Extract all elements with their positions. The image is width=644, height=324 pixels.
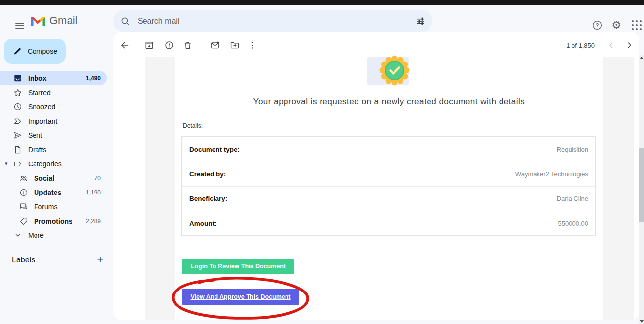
- toolbar-divider: [201, 40, 201, 52]
- compose-label: Compose: [28, 47, 57, 55]
- delete-button[interactable]: [178, 35, 198, 55]
- back-arrow-button[interactable]: [115, 35, 135, 55]
- compose-button[interactable]: Compose: [4, 39, 66, 64]
- inbox-icon: [13, 73, 23, 83]
- details-table: Document type: Requisition Created by: W…: [181, 136, 596, 236]
- svg-text:?: ?: [596, 22, 599, 28]
- label-tag-icon: [13, 159, 23, 169]
- scroll-down-arrow[interactable]: [640, 320, 644, 323]
- login-review-button[interactable]: Login To Review This Document: [182, 259, 294, 274]
- mail-toolbar: 1 of 1,850: [113, 32, 639, 59]
- gmail-logo: Gmail: [31, 13, 77, 28]
- sidebar-item-label: Social: [34, 174, 54, 182]
- row-label: Beneficiary:: [189, 195, 227, 202]
- sidebar-item-label: More: [28, 231, 44, 239]
- older-chevron-button[interactable]: [619, 35, 639, 55]
- row-value: Daria Cline: [557, 195, 588, 202]
- sidebar-item-label: Drafts: [28, 146, 46, 154]
- labels-header: Labels: [12, 256, 35, 264]
- sidebar-item-label: Promotions: [34, 217, 72, 225]
- sidebar-item-label: Updates: [34, 189, 61, 196]
- main-menu-icon[interactable]: [10, 16, 30, 35]
- email-content: Your approval is requested on a newly cr…: [175, 57, 603, 320]
- sidebar-item-snoozed[interactable]: Snoozed: [0, 99, 107, 114]
- view-approve-button[interactable]: View And Approve This Document: [182, 289, 299, 305]
- approval-seal-icon: [377, 53, 412, 88]
- details-label: Details:: [183, 122, 203, 129]
- add-label-button[interactable]: +: [92, 251, 108, 268]
- labels-section: Labels +: [0, 251, 113, 271]
- sidebar-item-drafts[interactable]: Drafts: [0, 142, 107, 157]
- sidebar-item-more[interactable]: More: [0, 228, 107, 242]
- clock-icon: [13, 102, 23, 112]
- sidebar-item-inbox[interactable]: Inbox 1,490: [0, 71, 107, 85]
- row-label: Document type:: [189, 146, 240, 153]
- gmail-m-icon: [31, 15, 45, 27]
- email-headline: Your approval is requested on a newly cr…: [175, 97, 603, 107]
- browser-chrome-strip: [0, 0, 644, 5]
- sidebar-item-forums[interactable]: Forums: [0, 199, 107, 214]
- gmail-logo-text: Gmail: [49, 14, 77, 27]
- sidebar-item-count: 1,490: [86, 75, 101, 82]
- sidebar-item-promotions[interactable]: Promotions 2,289: [0, 214, 107, 228]
- report-spam-button[interactable]: [159, 35, 179, 55]
- table-row: Document type: Requisition: [182, 137, 595, 162]
- sidebar-item-categories[interactable]: ▾ Categories: [0, 157, 107, 171]
- sidebar-item-label: Important: [28, 117, 57, 125]
- sidebar-item-important[interactable]: Important: [0, 114, 107, 128]
- scroll-up-arrow[interactable]: [640, 57, 644, 59]
- row-label: Amount:: [189, 220, 216, 227]
- table-row: Beneficiary: Daria Cline: [182, 186, 595, 211]
- search-input[interactable]: [137, 16, 416, 26]
- search-icon[interactable]: [120, 16, 130, 26]
- star-icon: [13, 88, 23, 97]
- forum-chat-icon: [19, 202, 29, 212]
- info-icon: [19, 188, 29, 197]
- table-row: Amount: 550000.00: [182, 211, 595, 235]
- people-icon: [19, 173, 29, 183]
- sidebar-item-updates[interactable]: Updates 1,190: [0, 185, 107, 199]
- sidebar-item-starred[interactable]: Starred: [0, 85, 107, 99]
- compose-pencil-icon: [13, 47, 22, 56]
- archive-button[interactable]: [140, 35, 159, 55]
- chevron-down-icon: [13, 230, 23, 240]
- price-tag-icon: [19, 216, 29, 226]
- sidebar-item-sent[interactable]: Sent: [0, 128, 107, 142]
- table-row: Created by: Waymaker2 Technologies: [182, 162, 595, 186]
- row-value: Waymaker2 Technologies: [515, 170, 588, 178]
- sidebar-item-label: Sent: [28, 131, 42, 139]
- sidebar: Compose Inbox 1,490 Starred Snoozed: [0, 36, 113, 324]
- mail-view-card: 1 of 1,850: [113, 32, 639, 320]
- mark-unread-button[interactable]: [205, 35, 225, 55]
- sidebar-item-social[interactable]: Social 70: [0, 171, 107, 185]
- pagination-counter: 1 of 1,850: [566, 42, 595, 49]
- sidebar-item-label: Categories: [28, 160, 62, 168]
- newer-chevron-button[interactable]: [602, 35, 621, 55]
- row-label: Created by:: [189, 170, 226, 178]
- expand-caret-icon[interactable]: ▾: [5, 161, 11, 166]
- search-options-icon[interactable]: [416, 16, 426, 26]
- row-value: Requisition: [557, 146, 588, 153]
- send-icon: [13, 130, 23, 140]
- sidebar-item-label: Inbox: [28, 74, 46, 82]
- sidebar-item-label: Snoozed: [28, 103, 55, 111]
- search-bar[interactable]: [113, 10, 432, 32]
- row-value: 550000.00: [558, 220, 588, 227]
- sidebar-item-label: Starred: [28, 89, 51, 97]
- move-to-button[interactable]: [225, 35, 245, 55]
- scrollbar-thumb[interactable]: [639, 148, 644, 222]
- page-scrollbar: [639, 55, 644, 324]
- sidebar-item-label: Forums: [34, 203, 57, 211]
- email-body: Your approval is requested on a newly cr…: [145, 57, 634, 320]
- sidebar-nav: Inbox 1,490 Starred Snoozed Important: [0, 71, 113, 242]
- draft-file-icon: [13, 145, 23, 155]
- important-marker-icon: [13, 116, 23, 126]
- more-options-icon[interactable]: [243, 35, 262, 55]
